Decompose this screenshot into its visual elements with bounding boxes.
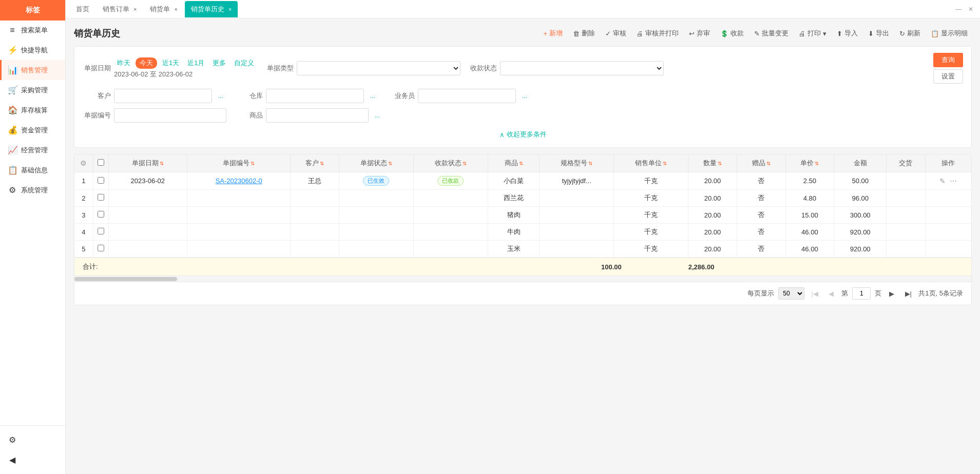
tab-sales-delivery-close[interactable]: ×: [174, 6, 177, 12]
sort-icon: ⇅: [519, 161, 523, 166]
sidebar-item-inventory-calc[interactable]: 🏠 库存核算: [0, 100, 65, 120]
salesperson-picker-btn[interactable]: ...: [519, 91, 530, 101]
sort-icon: ⇅: [663, 161, 667, 166]
gear-settings-icon[interactable]: ⚙: [80, 159, 87, 167]
sidebar-item-quick-nav[interactable]: ⚡ 快捷导航: [0, 40, 65, 60]
shortcut-last7[interactable]: 近1天: [159, 57, 182, 69]
th-spec-type[interactable]: 规格型号 ⇅: [540, 154, 614, 172]
th-qty[interactable]: 数量 ⇅: [688, 154, 737, 172]
th-gift[interactable]: 赠品 ⇅: [737, 154, 785, 172]
row-checkbox-3[interactable]: [93, 207, 108, 224]
next-page-btn[interactable]: ▶: [886, 287, 898, 300]
per-page-select[interactable]: 50 100 200: [778, 287, 804, 300]
th-doc-date[interactable]: 单据日期 ⇅: [108, 154, 187, 172]
customer-picker-btn[interactable]: ...: [215, 91, 226, 101]
page-label: 第: [841, 289, 848, 298]
product-input[interactable]: [266, 108, 369, 123]
th-doc-date-label: 单据日期: [132, 159, 159, 168]
more-action-icon[interactable]: ⋯: [950, 177, 957, 185]
page-unit: 页: [875, 289, 881, 298]
docno-input[interactable]: [114, 108, 226, 123]
footer-total-qty: 100.00: [601, 263, 622, 271]
main-area: 首页 销售订单 × 销货单 × 销货单历史 × — ✕ 销货单历史 + 新增: [66, 0, 980, 474]
sidebar-item-fund-mgmt[interactable]: 💰 资金管理: [0, 120, 65, 140]
close-button[interactable]: ✕: [966, 4, 976, 14]
refresh-button[interactable]: ↻ 刷新: [895, 27, 925, 40]
tab-sales-order-close[interactable]: ×: [133, 6, 137, 12]
customer-input[interactable]: [114, 89, 212, 103]
row-unit-price-2: 4.80: [785, 190, 834, 207]
collect-button[interactable]: 💲 收款: [716, 27, 748, 40]
sidebar-item-sales-mgmt[interactable]: 📊 销售管理: [0, 60, 65, 80]
last-page-btn[interactable]: ▶|: [902, 287, 914, 300]
row-payment-status-3: [413, 207, 488, 224]
tab-sales-order[interactable]: 销售订单 ×: [97, 1, 143, 17]
warehouse-picker-btn[interactable]: ...: [367, 91, 378, 101]
edit-action-icon[interactable]: ✎: [939, 177, 946, 185]
tab-sales-history[interactable]: 销货单历史 ×: [185, 1, 238, 17]
delete-button[interactable]: 🗑 删除: [569, 27, 599, 40]
minimize-button[interactable]: —: [953, 4, 964, 14]
horizontal-scrollbar[interactable]: [74, 275, 971, 282]
tab-home[interactable]: 首页: [70, 1, 95, 17]
row-doc-date-5: [108, 241, 187, 258]
sidebar-item-basic-info[interactable]: 📋 基础信息: [0, 160, 65, 180]
shortcut-today[interactable]: 今天: [136, 57, 157, 69]
salesperson-input[interactable]: [418, 89, 516, 103]
batch-change-button[interactable]: ✎ 批量变更: [750, 27, 793, 40]
th-doc-status[interactable]: 单据状态 ⇅: [339, 154, 413, 172]
select-all-checkbox[interactable]: [98, 159, 104, 166]
page-number-input[interactable]: [852, 287, 871, 300]
audit-button[interactable]: ✓ 审核: [601, 27, 630, 40]
warehouse-input[interactable]: [266, 89, 364, 103]
row-doc-no-1[interactable]: SA-20230602-0: [187, 172, 291, 190]
query-button[interactable]: 查询: [933, 53, 963, 67]
th-gear[interactable]: ⚙: [74, 154, 93, 172]
th-sales-unit[interactable]: 销售单位 ⇅: [614, 154, 688, 172]
sidebar-settings-icon[interactable]: ⚙: [0, 430, 65, 450]
settings-button[interactable]: 设置: [933, 69, 963, 84]
row-amount-1: 50.00: [834, 172, 887, 190]
collapse-conditions-btn[interactable]: ∧ 收起更多条件: [83, 128, 963, 141]
print-button[interactable]: 🖨 打印 ▾: [795, 27, 831, 40]
row-checkbox-1[interactable]: [93, 172, 108, 190]
table-row: 4 牛肉 千克 20.00 否 46.00 920.00: [74, 224, 971, 241]
audit-print-button[interactable]: 🖨 审核并打印: [632, 27, 683, 40]
shortcut-more[interactable]: 更多: [209, 57, 229, 69]
row-checkbox-4[interactable]: [93, 224, 108, 241]
sidebar-item-system-mgmt[interactable]: ⚙ 系统管理: [0, 180, 65, 200]
payment-status-select[interactable]: [500, 61, 664, 75]
sidebar-item-search-menu[interactable]: ≡ 搜索菜单: [0, 21, 65, 40]
tab-sales-history-close[interactable]: ×: [228, 6, 232, 12]
row-checkbox-2[interactable]: [93, 190, 108, 207]
th-doc-no[interactable]: 单据编号 ⇅: [187, 154, 291, 172]
sidebar-item-purchase-mgmt[interactable]: 🛒 采购管理: [0, 80, 65, 100]
th-customer[interactable]: 客户 ⇅: [291, 154, 339, 172]
print-dropdown-icon: ▾: [823, 30, 827, 37]
scroll-thumb[interactable]: [74, 277, 177, 281]
new-button[interactable]: + 新增: [539, 27, 567, 40]
prev-page-btn[interactable]: ◀: [825, 287, 837, 300]
payment-status-label: 收款状态: [469, 64, 497, 73]
export-button[interactable]: ⬇ 导出: [864, 27, 893, 40]
abandon-button[interactable]: ↩ 弃审: [685, 27, 714, 40]
tab-sales-delivery[interactable]: 销货单 ×: [144, 1, 183, 17]
th-payment-status[interactable]: 收款状态 ⇅: [413, 154, 488, 172]
row-qty-1: 20.00: [688, 172, 737, 190]
sidebar-collapse-btn[interactable]: ◀: [0, 450, 65, 470]
row-sales-unit-5: 千克: [614, 241, 688, 258]
first-page-btn[interactable]: |◀: [809, 287, 821, 300]
row-spec-type-2: [540, 190, 614, 207]
th-unit-price[interactable]: 单价 ⇅: [785, 154, 834, 172]
shortcut-custom[interactable]: 自定义: [231, 57, 257, 69]
th-product[interactable]: 商品 ⇅: [488, 154, 539, 172]
delete-icon: 🗑: [573, 30, 580, 37]
display-detail-button[interactable]: 📋 显示明细: [927, 27, 972, 40]
shortcut-last1m[interactable]: 近1月: [184, 57, 207, 69]
sidebar-item-operation-mgmt[interactable]: 📈 经营管理: [0, 140, 65, 160]
row-checkbox-5[interactable]: [93, 241, 108, 258]
shortcut-yesterday[interactable]: 昨天: [114, 57, 133, 69]
product-picker-btn[interactable]: ...: [372, 111, 383, 120]
doc-type-select[interactable]: [297, 61, 460, 75]
import-button[interactable]: ⬆ 导入: [833, 27, 862, 40]
